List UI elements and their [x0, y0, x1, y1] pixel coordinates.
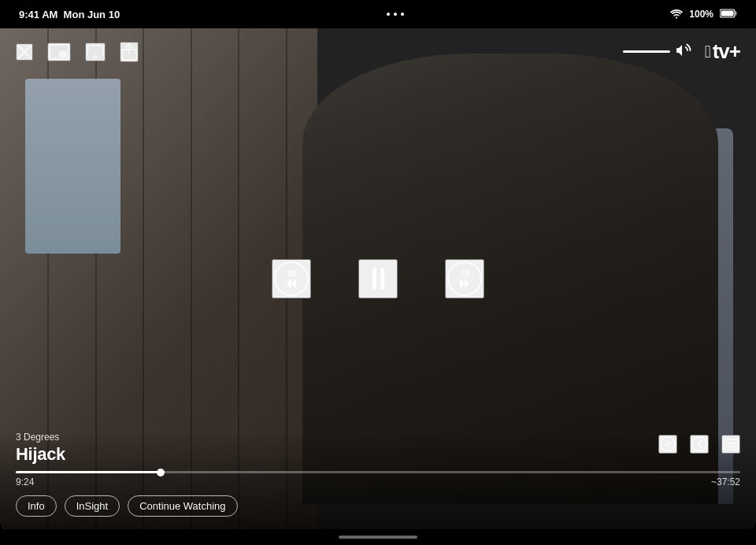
center-controls: 10 10	[272, 259, 484, 298]
time-current: 9:24	[16, 476, 34, 488]
tv-plus-text: tv+	[713, 39, 740, 64]
apple-symbol: 	[705, 43, 711, 61]
video-container[interactable]:  tv+ 10	[0, 28, 756, 529]
pause-bar-right	[380, 268, 384, 290]
pill-buttons: Info InSight Continue Watching	[16, 495, 740, 517]
progress-container[interactable]	[16, 471, 740, 473]
volume-control[interactable]	[623, 43, 692, 61]
progress-track[interactable]	[16, 471, 740, 473]
forward-circle: 10	[447, 261, 482, 296]
status-right: 100%	[670, 7, 737, 21]
status-dot-2	[394, 13, 397, 16]
home-indicator	[339, 536, 417, 539]
show-subtitle: 3 Degrees	[16, 432, 65, 443]
forward-seconds: 10	[460, 270, 469, 278]
airplay-button[interactable]	[85, 43, 106, 61]
volume-icon	[676, 43, 692, 61]
title-left: 3 Degrees Hijack	[16, 432, 65, 465]
pause-button[interactable]	[358, 259, 398, 298]
svg-rect-2	[721, 11, 733, 17]
top-right-controls:  tv+	[623, 39, 740, 64]
top-controls:  tv+	[0, 28, 756, 75]
insight-button[interactable]: InSight	[65, 495, 120, 517]
close-button[interactable]	[16, 43, 33, 61]
home-indicator-area	[0, 529, 756, 545]
pause-icon	[372, 268, 384, 290]
continue-watching-button[interactable]: Continue Watching	[128, 495, 237, 517]
show-title: Hijack	[16, 444, 65, 465]
svg-rect-6	[59, 51, 67, 57]
svg-rect-11	[724, 439, 738, 450]
picture-in-picture-button[interactable]	[47, 43, 71, 61]
status-bar: 9:41 AM Mon Jun 10 100%	[0, 0, 756, 28]
svg-rect-1	[735, 12, 736, 16]
time-remaining: ~37:52	[711, 476, 740, 488]
back-button[interactable]	[690, 435, 709, 454]
progress-dot	[157, 469, 165, 476]
volume-slider[interactable]	[623, 50, 670, 53]
battery-icon	[720, 7, 737, 21]
rewind-seconds: 10	[287, 270, 295, 278]
progress-fill	[16, 471, 161, 473]
share-button[interactable]	[120, 42, 139, 62]
subtitles-button[interactable]	[721, 435, 740, 454]
apple-tv-logo:  tv+	[705, 39, 740, 64]
pause-bar-left	[372, 268, 376, 290]
rewind-circle: 10	[274, 261, 309, 296]
status-center	[387, 13, 404, 16]
title-right-controls	[658, 432, 740, 454]
wifi-icon	[670, 9, 683, 19]
bottom-controls: 3 Degrees Hijack	[0, 432, 756, 529]
info-button[interactable]: Info	[16, 495, 57, 517]
top-left-controls	[16, 42, 139, 62]
status-dot-3	[401, 13, 404, 16]
forward-button[interactable]: 10	[445, 259, 484, 298]
title-area: 3 Degrees Hijack	[16, 432, 740, 465]
rewind-button[interactable]: 10	[272, 259, 311, 298]
battery-text: 100%	[689, 9, 713, 20]
status-time: 9:41 AM Mon Jun 10	[19, 9, 120, 20]
time-display: 9:24 ~37:52	[16, 476, 740, 488]
status-dot-1	[387, 13, 390, 16]
ipad-frame: 9:41 AM Mon Jun 10 100%	[0, 0, 756, 545]
speed-button[interactable]	[658, 435, 677, 454]
svg-point-10	[692, 437, 706, 451]
